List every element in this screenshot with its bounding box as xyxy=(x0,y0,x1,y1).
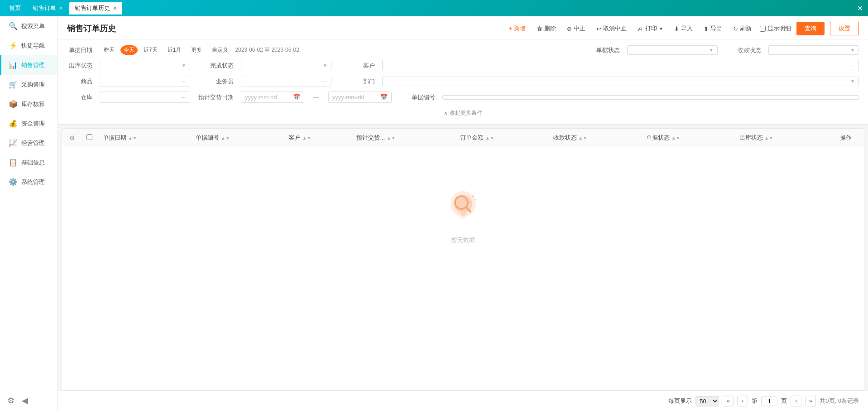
page-size-label: 每页显示 xyxy=(668,397,692,405)
filter-row-1: 单据日期 昨天 今天 近7天 近1月 更多 自定义 2023-06-02 至 2… xyxy=(67,45,859,55)
customer-field[interactable]: ··· xyxy=(382,60,859,71)
date-btn-custom[interactable]: 自定义 xyxy=(208,45,232,55)
refresh-button-label: 刷新 xyxy=(740,24,752,33)
goods-field[interactable]: ··· xyxy=(100,76,190,87)
date-btn-today[interactable]: 今天 xyxy=(120,45,138,55)
sidebar-item-base-info[interactable]: 📋 基础信息 xyxy=(0,153,58,172)
expected-date-label: 预计交货日期 xyxy=(197,93,234,102)
total-text: 共0页, 0条记录 xyxy=(820,397,859,405)
cancel-stop-button[interactable]: ↩ 取消中止 xyxy=(594,23,629,34)
delivery-status-select[interactable]: ▼ xyxy=(100,61,190,70)
date-button-group: 昨天 今天 近7天 近1月 更多 自定义 xyxy=(100,45,232,55)
print-button[interactable]: 🖨 打印 ▼ xyxy=(635,23,666,34)
filter-row-3: 商品 ··· 业务员 ··· 部门 ▼ xyxy=(67,76,859,87)
tab-sales-order[interactable]: 销售订单 ✕ xyxy=(27,2,68,15)
tab-sales-order-label: 销售订单 xyxy=(33,4,56,12)
query-button[interactable]: 查询 xyxy=(796,22,825,35)
date-filter-label: 单据日期 xyxy=(67,46,92,54)
settings-bottom-icon[interactable]: ⚙ xyxy=(7,396,14,406)
tab-sales-order-history[interactable]: 销售订单历史 ✕ xyxy=(69,2,122,15)
sort-expected-icon[interactable]: ▲▼ xyxy=(387,136,396,140)
col-order-status: 单据状态 ▲▼ xyxy=(642,129,734,147)
empty-illustration xyxy=(441,184,486,229)
sort-number-icon[interactable]: ▲▼ xyxy=(221,136,230,140)
svg-point-5 xyxy=(475,199,476,200)
collapse-bar[interactable]: ∧ 收起更多条件 xyxy=(67,107,859,119)
delete-button-label: 删除 xyxy=(544,24,556,33)
expected-date-to[interactable]: yyyy-mm-dd 📅 xyxy=(328,92,392,103)
main-layout: 🔍 搜索菜单 ⚡ 快捷导航 📊 销售管理 🛒 采购管理 📦 库存核算 💰 资金管… xyxy=(0,16,868,411)
select-all-checkbox[interactable] xyxy=(86,134,92,140)
order-status-label: 单据状态 xyxy=(584,46,620,54)
sidebar-item-system[interactable]: ⚙️ 系统管理 xyxy=(0,172,58,192)
top-right-area: ✕ xyxy=(855,4,864,13)
settings-button[interactable]: 设置 xyxy=(830,22,859,35)
data-table: ⚙ 单据日期 ▲▼ 单据编号 ▲▼ xyxy=(62,129,864,147)
order-status-chevron: ▼ xyxy=(709,48,714,53)
column-settings-button[interactable]: ⚙ xyxy=(67,132,77,143)
sidebar-item-finance-label: 资金管理 xyxy=(21,120,45,128)
order-status-select[interactable]: ▼ xyxy=(627,45,718,55)
order-number-field[interactable] xyxy=(442,95,859,100)
next-page-button[interactable]: › xyxy=(791,396,801,406)
sort-date-icon[interactable]: ▲▼ xyxy=(128,136,137,140)
toolbar: + 新增 🗑 删除 ⊘ 中止 ↩ 取消中止 🖨 打印 ▼ xyxy=(506,22,859,35)
date-btn-7days[interactable]: 近7天 xyxy=(139,45,162,55)
tab-sales-order-close[interactable]: ✕ xyxy=(59,5,63,11)
new-button[interactable]: + 新增 xyxy=(506,23,528,34)
sidebar-item-sales[interactable]: 📊 销售管理 xyxy=(0,55,58,75)
date-btn-1month[interactable]: 近1月 xyxy=(163,45,186,55)
export-button[interactable]: ⬆ 导出 xyxy=(701,23,725,34)
first-page-button[interactable]: « xyxy=(723,396,734,406)
payment-status-chevron: ▼ xyxy=(850,48,855,53)
date-btn-yesterday[interactable]: 昨天 xyxy=(100,45,119,55)
sidebar-item-search-menu-label: 搜索菜单 xyxy=(21,22,45,30)
window-close-button[interactable]: ✕ xyxy=(855,4,864,13)
show-detail-checkbox[interactable]: 显示明细 xyxy=(760,24,791,33)
completion-status-select[interactable]: ▼ xyxy=(241,61,331,70)
sidebar-item-quick-nav[interactable]: ⚡ 快捷导航 xyxy=(0,36,58,55)
page-size-select[interactable]: 20 50 100 xyxy=(695,396,719,406)
payment-status-select[interactable]: ▼ xyxy=(768,45,859,55)
table-header-row: ⚙ 单据日期 ▲▼ 单据编号 ▲▼ xyxy=(62,129,864,147)
sidebar-item-inventory-label: 库存核算 xyxy=(21,100,45,108)
department-select[interactable]: ▼ xyxy=(382,77,859,86)
tab-home[interactable]: 首页 xyxy=(4,2,26,15)
sort-delivery-icon[interactable]: ▲▼ xyxy=(764,136,773,140)
prev-page-button[interactable]: ‹ xyxy=(737,396,748,406)
sidebar-bottom: ⚙ ◀ xyxy=(0,390,58,411)
page-number-input[interactable] xyxy=(761,396,777,406)
customer-label: 客户 xyxy=(339,62,375,70)
sidebar-item-search-menu[interactable]: 🔍 搜索菜单 xyxy=(0,16,58,36)
last-page-icon: » xyxy=(809,398,812,404)
sort-payment-icon[interactable]: ▲▼ xyxy=(578,136,587,140)
last-page-button[interactable]: » xyxy=(805,396,816,406)
import-button[interactable]: ⬇ 导入 xyxy=(671,23,695,34)
sort-amount-icon[interactable]: ▲▼ xyxy=(485,136,494,140)
sidebar-item-inventory[interactable]: 📦 库存核算 xyxy=(0,94,58,114)
sidebar-item-finance[interactable]: 💰 资金管理 xyxy=(0,114,58,133)
sidebar-item-purchase[interactable]: 🛒 采购管理 xyxy=(0,75,58,94)
expected-date-from[interactable]: yyyy-mm-dd 📅 xyxy=(241,92,304,103)
goods-label: 商品 xyxy=(67,77,92,86)
col-delivery: 出库状态 ▲▼ xyxy=(735,129,828,147)
delete-button[interactable]: 🗑 删除 xyxy=(534,23,559,34)
date-btn-more[interactable]: 更多 xyxy=(187,45,206,55)
sort-customer-icon[interactable]: ▲▼ xyxy=(302,136,312,140)
salesperson-field[interactable]: ··· xyxy=(241,76,331,87)
calendar-from-icon: 📅 xyxy=(293,94,300,101)
refresh-icon: ↻ xyxy=(733,25,738,32)
tab-sales-order-history-close[interactable]: ✕ xyxy=(113,5,117,11)
stop-button[interactable]: ⊘ 中止 xyxy=(564,23,588,34)
purchase-icon: 🛒 xyxy=(9,80,18,89)
date-separator: — xyxy=(312,94,321,101)
expected-date-from-placeholder: yyyy-mm-dd xyxy=(245,94,277,101)
refresh-button[interactable]: ↻ 刷新 xyxy=(730,23,754,34)
sort-order-status-icon[interactable]: ▲▼ xyxy=(671,136,681,140)
sidebar-item-operation[interactable]: 📈 经营管理 xyxy=(0,133,58,153)
collapse-sidebar-icon[interactable]: ◀ xyxy=(22,396,28,406)
show-detail-input[interactable] xyxy=(760,26,766,32)
table-area: ⚙ 单据日期 ▲▼ 单据编号 ▲▼ xyxy=(62,128,864,391)
warehouse-field[interactable]: ··· xyxy=(100,92,190,103)
page-label-end: 页 xyxy=(781,397,787,405)
